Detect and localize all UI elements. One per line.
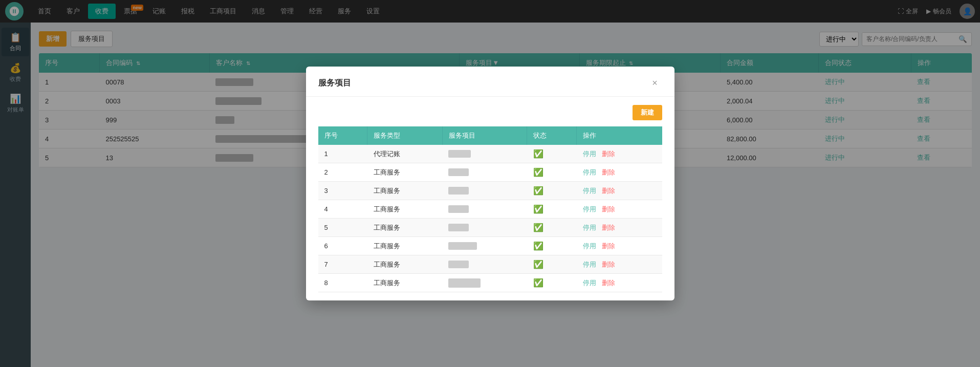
modal-cell-item: ████ — [442, 182, 527, 200]
status-check-icon: ✅ — [533, 278, 543, 287]
stop-button[interactable]: 停用 — [583, 205, 596, 213]
modal-cell-seq: 8 — [318, 274, 367, 292]
delete-button[interactable]: 删除 — [602, 279, 615, 287]
status-check-icon: ✅ — [533, 260, 543, 269]
modal-new-button[interactable]: 新建 — [633, 105, 662, 120]
stop-button[interactable]: 停用 — [583, 150, 596, 158]
modal-table-row: 7 工商服务 ███ ✅ 停用 删除 — [318, 255, 662, 274]
modal-cell-action[interactable]: 停用 删除 — [577, 274, 662, 292]
modal-header-row: 序号 服务类型 服务项目 状态 操作 — [318, 126, 662, 145]
modal-cell-type: 代理记账 — [367, 145, 443, 163]
modal-cell-seq: 1 — [318, 145, 367, 163]
modal-cell-item: ████ — [442, 163, 527, 182]
modal-col-action: 操作 — [577, 126, 662, 145]
modal-cell-action[interactable]: 停用 删除 — [577, 182, 662, 200]
modal-body: 新建 序号 服务类型 服务项目 状态 操作 1 代理记账 — [306, 97, 674, 300]
stop-button[interactable]: 停用 — [583, 187, 596, 195]
status-check-icon: ✅ — [533, 223, 543, 232]
modal-cell-status: ✅ — [527, 237, 577, 255]
modal-close-button[interactable]: × — [648, 76, 662, 90]
modal-cell-seq: 4 — [318, 200, 367, 219]
modal-cell-seq: 7 — [318, 255, 367, 274]
modal-cell-seq: 5 — [318, 219, 367, 237]
delete-button[interactable]: 删除 — [602, 187, 615, 195]
modal-cell-action[interactable]: 停用 删除 — [577, 145, 662, 163]
modal-cell-status: ✅ — [527, 219, 577, 237]
modal-table-row: 4 工商服务 ███ ✅ 停用 删除 — [318, 200, 662, 219]
modal-cell-type: 工商服务 — [367, 219, 443, 237]
status-check-icon: ✅ — [533, 168, 543, 177]
delete-button[interactable]: 删除 — [602, 150, 615, 158]
stop-button[interactable]: 停用 — [583, 261, 596, 268]
modal-cell-status: ✅ — [527, 274, 577, 292]
status-check-icon: ✅ — [533, 242, 543, 250]
modal-cell-seq: 2 — [318, 163, 367, 182]
modal-cell-action[interactable]: 停用 删除 — [577, 237, 662, 255]
delete-button[interactable]: 删除 — [602, 205, 615, 213]
delete-button[interactable]: 删除 — [602, 242, 615, 250]
modal-cell-type: 工商服务 — [367, 200, 443, 219]
modal-col-type: 服务类型 — [367, 126, 443, 145]
modal-cell-status: ✅ — [527, 163, 577, 182]
modal-service-table: 序号 服务类型 服务项目 状态 操作 1 代理记账 ████1 ✅ 停用 删除 … — [318, 126, 662, 292]
modal-overlay[interactable]: 服务项目 × 新建 序号 服务类型 服务项目 状态 操作 — [0, 0, 980, 367]
modal-cell-item: ███ — [442, 255, 527, 274]
delete-button[interactable]: 删除 — [602, 168, 615, 176]
stop-button[interactable]: 停用 — [583, 242, 596, 250]
delete-button[interactable]: 删除 — [602, 224, 615, 231]
modal-col-item: 服务项目 — [442, 126, 527, 145]
status-check-icon: ✅ — [533, 186, 543, 195]
service-modal: 服务项目 × 新建 序号 服务类型 服务项目 状态 操作 — [306, 67, 674, 300]
modal-cell-status: ✅ — [527, 255, 577, 274]
modal-cell-seq: 6 — [318, 237, 367, 255]
modal-header: 服务项目 × — [306, 67, 674, 97]
modal-cell-item: ████注册 — [442, 274, 527, 292]
modal-cell-status: ✅ — [527, 182, 577, 200]
modal-cell-item: ███ — [442, 200, 527, 219]
modal-cell-item: ████1 — [442, 145, 527, 163]
status-check-icon: ✅ — [533, 205, 543, 213]
modal-title: 服务项目 — [318, 78, 351, 89]
status-check-icon: ✅ — [533, 149, 543, 158]
modal-cell-action[interactable]: 停用 删除 — [577, 200, 662, 219]
modal-cell-action[interactable]: 停用 删除 — [577, 163, 662, 182]
modal-cell-item: ██████ — [442, 237, 527, 255]
stop-button[interactable]: 停用 — [583, 224, 596, 231]
modal-col-seq: 序号 — [318, 126, 367, 145]
modal-table-row: 3 工商服务 ████ ✅ 停用 删除 — [318, 182, 662, 200]
modal-table-row: 8 工商服务 ████注册 ✅ 停用 删除 — [318, 274, 662, 292]
modal-table-row: 2 工商服务 ████ ✅ 停用 删除 — [318, 163, 662, 182]
modal-cell-type: 工商服务 — [367, 163, 443, 182]
delete-button[interactable]: 删除 — [602, 261, 615, 268]
modal-cell-seq: 3 — [318, 182, 367, 200]
modal-cell-item: ████ — [442, 219, 527, 237]
modal-cell-action[interactable]: 停用 删除 — [577, 255, 662, 274]
modal-cell-type: 工商服务 — [367, 182, 443, 200]
modal-table-row: 1 代理记账 ████1 ✅ 停用 删除 — [318, 145, 662, 163]
modal-cell-action[interactable]: 停用 删除 — [577, 219, 662, 237]
modal-scroll-wrap[interactable]: 序号 服务类型 服务项目 状态 操作 1 代理记账 ████1 ✅ 停用 删除 … — [318, 126, 662, 292]
stop-button[interactable]: 停用 — [583, 279, 596, 287]
stop-button[interactable]: 停用 — [583, 168, 596, 176]
modal-toolbar: 新建 — [318, 105, 662, 120]
modal-col-status: 状态 — [527, 126, 577, 145]
modal-cell-status: ✅ — [527, 200, 577, 219]
modal-cell-type: 工商服务 — [367, 237, 443, 255]
modal-table-row: 6 工商服务 ██████ ✅ 停用 删除 — [318, 237, 662, 255]
modal-cell-type: 工商服务 — [367, 274, 443, 292]
modal-table-row: 5 工商服务 ████ ✅ 停用 删除 — [318, 219, 662, 237]
modal-cell-status: ✅ — [527, 145, 577, 163]
modal-cell-type: 工商服务 — [367, 255, 443, 274]
